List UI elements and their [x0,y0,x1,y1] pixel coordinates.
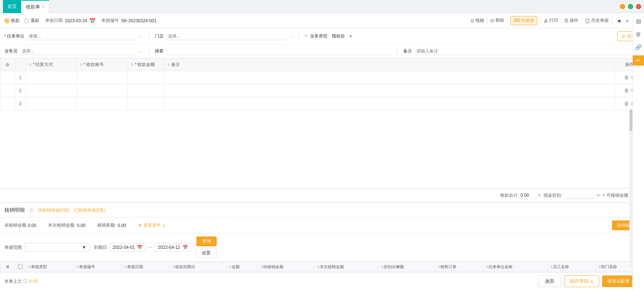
row-method-cell[interactable] [26,84,77,97]
row-remark-cell[interactable] [164,84,615,97]
tab-home[interactable]: 首页 [3,0,21,13]
staff-more[interactable]: ··· [138,48,143,54]
range-arrow: ▼ [82,245,86,250]
history-button[interactable]: 📋 历史单据 [585,17,609,24]
current-item: 本次核销金额: 0.00 [48,222,91,228]
unreconciled-label: 未核销金额 [4,222,26,228]
date-end-input[interactable]: 2022-04-12 📅 [154,243,191,252]
radio-refund[interactable]: 退款 [24,17,39,24]
layout-prev[interactable]: ◀ [615,17,622,24]
result-label: = 可核销金额 [602,192,628,199]
sidebar-link-icon[interactable]: 🔗 [633,42,644,52]
sort-icon: ⇅ [317,265,320,269]
row-delete-icon[interactable]: 🗑 [624,101,629,107]
row-delete-icon[interactable]: 🗑 [624,74,629,81]
row-account-cell[interactable] [77,97,128,110]
maximize-button[interactable]: □ [628,4,633,9]
row-method-cell[interactable] [26,71,77,84]
row-settings-cell [0,71,15,84]
counterpart-input[interactable] [27,32,137,40]
bottom-col-header: ⇅本次核销金额 [314,262,379,272]
current-value: 0.00 [77,223,91,228]
shortcut-icon: ⌨ [514,18,520,23]
col-method-header: ⇅*结算方式 [26,59,77,71]
table-row: 2 🗑 ⧉ [0,84,644,97]
counterpart-more[interactable]: ··· [138,34,143,39]
calendar-icon[interactable]: 📅 [89,18,95,24]
tab-bar: 首页 收款单 × – □ × [0,0,644,13]
number-label: 单据编号 [101,17,119,24]
toolbar-actions: ⊙ 视频 ⊙ 帮助 ⌨ 快捷键 🖨 打印 ☰ 操作 [470,16,640,25]
staff-input[interactable] [20,47,137,55]
row-amount-cell[interactable] [128,97,164,110]
draft-button[interactable]: 保存草稿 ∧ [564,275,599,287]
sidebar-table-icon[interactable]: ▤ [633,16,644,26]
range-label: 单据范围 [4,244,22,251]
sort-icon: ⇅ [124,265,127,269]
date-label: 单据日期 [45,17,63,24]
notes-input[interactable] [414,47,640,55]
bottom-settings-icon[interactable]: ⚙ [6,264,9,269]
reconcile-info-icon[interactable]: ⓘ [29,207,34,213]
select-all-checkbox[interactable] [18,264,23,269]
row-delete-icon[interactable]: 🗑 [624,87,629,94]
divider4 [561,18,561,24]
row-amount-cell[interactable] [128,71,164,84]
query-button[interactable]: 查询 [196,236,217,246]
store-input[interactable] [166,32,287,40]
row-remark-cell[interactable] [164,71,615,84]
abandon-button[interactable]: 放弃 [538,275,561,287]
bottom-col-check [15,262,26,272]
row-account-cell[interactable] [77,84,128,97]
tab-receipts[interactable]: 收款单 × [21,0,49,13]
range-select[interactable]: ▼ [24,243,90,252]
tab-done[interactable]: 已核销单据(0笔) [74,207,106,213]
scrollbar[interactable] [629,109,632,268]
help-link[interactable]: ⊙ 帮助 [490,17,504,24]
row-account-cell[interactable] [77,71,128,84]
store-more[interactable]: ··· [289,34,293,39]
save-label: 保存&新增 [607,278,629,285]
window-controls: – □ × [620,4,641,9]
row-remark-cell[interactable] [164,97,615,110]
reconcile-summary: 未核销金额 0.00 本次核销金额: 0.00 核销差额: 0.00 ▼ 更多条… [0,218,644,234]
due-label: 到期日 [94,244,107,251]
sidebar-grid-icon[interactable]: ⊞ [633,29,644,39]
date-dash: — [148,245,152,250]
print-link[interactable]: 🖨 打印 [543,17,558,24]
tab-pending[interactable]: 待核销单据(0笔) [38,207,70,213]
operation-icon: ☰ [564,18,569,23]
close-button[interactable]: × [636,4,641,9]
layout-list[interactable]: ≡ [624,17,631,24]
table-settings-icon[interactable]: ⚙ [5,62,9,67]
row-settings-cell [0,84,15,97]
field-sep-2 [299,33,299,40]
bottom-info: 本单上欠 ⓘ 0.00 [4,278,38,285]
discount-input[interactable] [565,192,594,199]
draft-arrow[interactable]: ∧ [590,279,594,284]
bottom-col-header: ⇅员工名称 [547,262,596,272]
number-field: 单据编号 SK-20230324-001 [101,17,156,24]
summary-label: 摘要 [155,48,164,54]
business-type-label: 业务类型 [310,33,327,39]
operation-link[interactable]: ☰ 操作 [564,17,578,24]
tab-close-icon[interactable]: × [42,5,44,9]
radio-receipt[interactable]: 收款 [4,17,20,24]
bottom-col-header: ⇅销售订单 [435,262,483,272]
sort-icon: ⇅ [260,265,263,269]
more-filter-link[interactable]: ▼ 更多条件 ∧ [138,222,165,228]
shortcut-button[interactable]: ⌨ 快捷键 [510,16,537,25]
date-start-input[interactable]: 2022-04-01 📅 [109,243,146,252]
sort-icon: ⇅ [486,265,488,269]
row-method-cell[interactable] [26,97,77,110]
minimize-button[interactable]: – [620,4,625,9]
sidebar-crop-icon[interactable]: ✂ [633,55,644,66]
divider5 [581,18,582,24]
draft-label: 保存草稿 [570,278,589,285]
set-button[interactable]: 设置 [196,248,217,258]
summary-input[interactable] [166,47,391,55]
business-type-arrow[interactable]: ▼ [349,34,353,39]
row-amount-cell[interactable] [128,84,164,97]
field-sep-1 [149,33,149,40]
video-link[interactable]: ⊙ 视频 [470,17,484,24]
